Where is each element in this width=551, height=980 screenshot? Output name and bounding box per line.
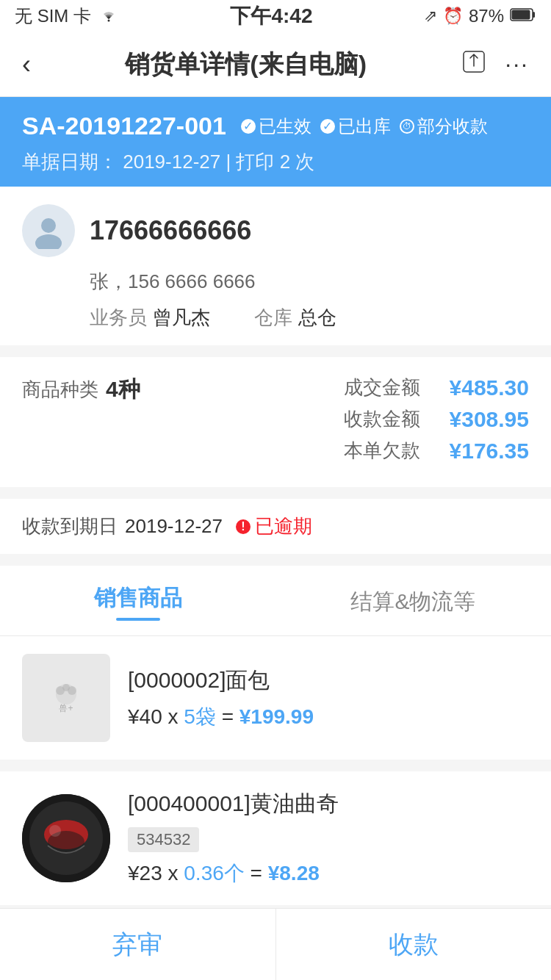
overdue-label: 收款到期日 xyxy=(22,514,118,539)
banner-date: 单据日期： 2019-12-27 | 打印 2 次 xyxy=(22,149,529,175)
product-price-1: ¥40 x 5袋 = ¥199.99 xyxy=(128,703,529,731)
received-amount: 收款金额 ¥308.95 xyxy=(344,406,529,432)
nav-bar: ‹ 销货单详情(来自电脑) ··· xyxy=(0,32,551,97)
qty-1: 5袋 xyxy=(184,705,216,728)
product-batch-2: 534532 xyxy=(128,827,199,852)
stats-row: 商品种类 4种 成交金额 ¥485.30 收款金额 ¥308.95 本单欠款 ¥… xyxy=(22,375,529,469)
status-left: 无 SIM 卡 xyxy=(15,4,119,28)
product-name-1: [0000002]面包 xyxy=(128,666,529,696)
price-text-1: ¥40 x xyxy=(128,705,184,728)
avatar xyxy=(22,204,75,257)
tab-settlement-label: 结算&物流等 xyxy=(350,589,475,613)
alarm-icon: ⏰ xyxy=(443,7,463,26)
banner-top: SA-20191227-001 ✓ 已生效 ✓ 已出库 ⏱ 部分收款 xyxy=(22,112,529,140)
tab-sales-products[interactable]: 销售商品 xyxy=(0,566,276,635)
cancel-button[interactable]: 弃审 xyxy=(0,909,276,980)
overdue-section: 收款到期日 2019-12-27 ! 已逾期 xyxy=(0,499,551,554)
battery-icon xyxy=(510,6,536,26)
nav-actions: ··· xyxy=(461,48,529,80)
stats-left: 商品种类 4种 xyxy=(22,375,140,409)
more-button[interactable]: ··· xyxy=(505,51,529,78)
sales-label: 业务员 xyxy=(90,305,147,331)
total-2: ¥8.28 xyxy=(268,862,320,884)
svg-rect-2 xyxy=(533,12,535,18)
overdue-badge: ! 已逾期 xyxy=(236,514,312,539)
eq-sign-2: = xyxy=(245,862,268,884)
table-row: [000400001]黄油曲奇 534532 ¥23 x 0.36个 = ¥8.… xyxy=(0,771,551,905)
customer-meta: 业务员 曾凡杰 仓库 总仓 xyxy=(22,305,529,331)
check-icon: ✓ xyxy=(241,119,256,134)
svg-point-16 xyxy=(49,825,61,837)
status-partial: ⏱ 部分收款 xyxy=(400,115,488,138)
tabs-section: 销售商品 结算&物流等 xyxy=(0,566,551,636)
back-button[interactable]: ‹ xyxy=(22,49,31,80)
product-info-2: [000400001]黄油曲奇 534532 ¥23 x 0.36个 = ¥8.… xyxy=(128,789,529,887)
svg-point-6 xyxy=(35,234,62,249)
svg-point-10 xyxy=(62,684,70,691)
tab-settlement[interactable]: 结算&物流等 xyxy=(276,569,551,632)
deal-amount-label: 成交金额 xyxy=(344,375,420,400)
svg-text:兽+: 兽+ xyxy=(59,703,73,713)
stats-section: 商品种类 4种 成交金额 ¥485.30 收款金额 ¥308.95 本单欠款 ¥… xyxy=(0,357,551,487)
product-kinds: 商品种类 4种 xyxy=(22,375,140,405)
status-right: ⇗ ⏰ 87% xyxy=(424,6,536,26)
customer-header: 17666666666 xyxy=(22,204,529,257)
product-price-2: ¥23 x 0.36个 = ¥8.28 xyxy=(128,860,529,887)
tab-underline xyxy=(116,618,160,621)
tabs-row: 销售商品 结算&物流等 xyxy=(0,566,551,635)
customer-section: 17666666666 张，156 6666 6666 业务员 曾凡杰 仓库 总… xyxy=(0,187,551,345)
svg-rect-3 xyxy=(511,10,530,20)
product-list: 兽+ [0000002]面包 ¥40 x 5袋 = ¥199.99 [00040… xyxy=(0,636,551,905)
customer-phone: 17666666666 xyxy=(90,215,251,246)
overdue-date: 2019-12-27 xyxy=(125,515,223,538)
stats-right: 成交金额 ¥485.30 收款金额 ¥308.95 本单欠款 ¥176.35 xyxy=(344,375,529,469)
status-active: ✓ 已生效 xyxy=(241,115,311,138)
clock-icon: ⏱ xyxy=(400,119,414,134)
customer-name-phone: 张，156 6666 6666 xyxy=(22,269,529,295)
warehouse-info: 仓库 总仓 xyxy=(254,305,336,331)
overdue-text: 已逾期 xyxy=(255,514,312,539)
price-text-2: ¥23 x xyxy=(128,862,184,884)
debt-amount: 本单欠款 ¥176.35 xyxy=(344,438,529,464)
carrier-text: 无 SIM 卡 xyxy=(15,4,91,28)
tab-sales-label: 销售商品 xyxy=(94,586,182,610)
bottom-bar: 弃审 收款 xyxy=(0,908,551,980)
deal-amount: 成交金额 ¥485.30 xyxy=(344,375,529,400)
sales-name: 曾凡杰 xyxy=(153,305,210,331)
deal-amount-value: ¥485.30 xyxy=(450,375,529,400)
order-id: SA-20191227-001 xyxy=(22,112,226,140)
product-info-1: [0000002]面包 ¥40 x 5袋 = ¥199.99 xyxy=(128,666,529,731)
status-tags: ✓ 已生效 ✓ 已出库 ⏱ 部分收款 xyxy=(241,115,488,138)
warehouse-label: 仓库 xyxy=(254,305,292,331)
table-row: 兽+ [0000002]面包 ¥40 x 5袋 = ¥199.99 xyxy=(0,636,551,760)
check-icon-2: ✓ xyxy=(320,119,335,134)
debt-amount-label: 本单欠款 xyxy=(344,438,420,464)
overdue-dot-icon: ! xyxy=(236,519,251,534)
header-banner: SA-20191227-001 ✓ 已生效 ✓ 已出库 ⏱ 部分收款 单据日期：… xyxy=(0,97,551,187)
battery-text: 87% xyxy=(469,6,504,26)
sales-info: 业务员 曾凡杰 xyxy=(90,305,210,331)
page-title: 销货单详情(来自电脑) xyxy=(125,48,367,82)
wifi-icon xyxy=(98,6,119,26)
product-name-2: [000400001]黄油曲奇 xyxy=(128,789,529,819)
product-thumbnail-1: 兽+ xyxy=(22,654,110,742)
status-shipped: ✓ 已出库 xyxy=(320,115,391,138)
share-button[interactable] xyxy=(461,48,487,80)
svg-point-0 xyxy=(108,20,110,22)
received-amount-label: 收款金额 xyxy=(344,406,420,432)
total-1: ¥199.99 xyxy=(240,705,314,728)
eq-sign-1: = xyxy=(216,705,240,728)
status-bar: 无 SIM 卡 下午4:42 ⇗ ⏰ 87% xyxy=(0,0,551,32)
status-time: 下午4:42 xyxy=(230,2,312,30)
warehouse-name: 总仓 xyxy=(298,305,336,331)
qty-2: 0.36个 xyxy=(184,862,245,884)
debt-amount-value: ¥176.35 xyxy=(450,439,529,464)
location-icon: ⇗ xyxy=(424,7,437,26)
svg-point-5 xyxy=(41,218,56,233)
kind-count: 4种 xyxy=(106,375,140,405)
confirm-button[interactable]: 收款 xyxy=(276,909,552,980)
product-thumbnail-2 xyxy=(22,794,110,882)
received-amount-value: ¥308.95 xyxy=(450,407,529,432)
